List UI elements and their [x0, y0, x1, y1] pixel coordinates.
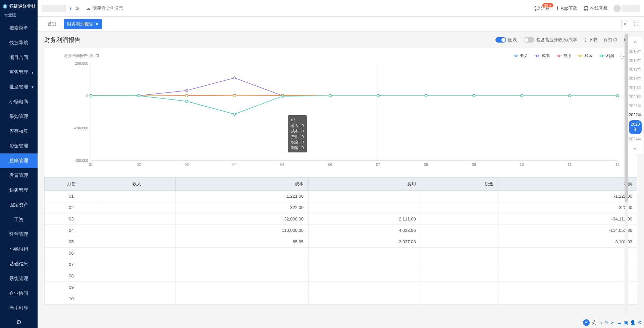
sidebar-item-工资[interactable]: 工资	[0, 212, 38, 227]
ime-user-icon[interactable]: 👤	[630, 320, 636, 325]
svg-point-78	[616, 94, 619, 97]
sidebar-item-采购管理[interactable]: 采购管理	[0, 109, 38, 124]
svg-point-33	[185, 89, 188, 92]
sidebar-item-经营管理[interactable]: 经营管理	[0, 227, 38, 242]
tab-首页[interactable]: 首页	[44, 19, 60, 29]
year-item-2021年[interactable]: 2021年	[628, 102, 643, 111]
messages-button[interactable]: 💬 消息 99 +	[534, 5, 550, 11]
svg-text:09: 09	[472, 162, 476, 167]
demo-link[interactable]: ☁ 我要看实例演示	[86, 5, 123, 11]
svg-text:04: 04	[232, 162, 236, 167]
legend-item-税金[interactable]: 税金	[577, 53, 593, 59]
sidebar-item-零售管理[interactable]: 零售管理▼	[0, 65, 38, 80]
sidebar-item-企业协同[interactable]: 企业协同	[0, 286, 38, 301]
legend-item-收入[interactable]: 收入	[513, 53, 528, 59]
ime-image-icon[interactable]: ▣	[624, 320, 628, 325]
ime-brand-icon[interactable]: 王	[583, 319, 590, 326]
svg-point-72	[329, 94, 331, 97]
page-title: 财务利润报告	[44, 36, 80, 44]
extra-income-switch[interactable]	[524, 37, 534, 43]
svg-point-34	[233, 77, 236, 79]
ime-mode[interactable]: 英	[592, 320, 596, 326]
table-header: 收入	[98, 178, 176, 191]
sidebar-item-系统管理[interactable]: 系统管理	[0, 271, 38, 286]
year-item-2017年[interactable]: 2017年	[628, 65, 643, 74]
download-button[interactable]: ⇩下载	[584, 37, 597, 43]
ime-cloud-icon[interactable]: ☁	[617, 320, 622, 325]
legend-item-成本[interactable]: 成本	[534, 53, 550, 59]
sidebar-item-资金管理[interactable]: 资金管理	[0, 139, 38, 153]
sidebar-item-小畅电商[interactable]: 小畅电商	[0, 94, 38, 109]
year-scroll-down-icon[interactable]: ⌄	[628, 144, 643, 152]
customer-service-button[interactable]: 🎧 在线客服	[583, 5, 607, 11]
sidebar-item-基础信息[interactable]: 基础信息	[0, 257, 38, 271]
table-row: 02322.00-322.00	[45, 202, 637, 213]
sidebar-item-新手引导[interactable]: 新手引导	[0, 301, 38, 316]
tenant-selector[interactable]: ▼ ⚙	[42, 5, 79, 12]
chart-container: 财务利润报告_2023 收入成本费用税金利润⌄ -400,000-200,000…	[44, 48, 637, 177]
year-item-2024年[interactable]: 2024年	[628, 135, 643, 144]
legend-item-费用[interactable]: 费用	[556, 53, 571, 59]
table-row: 06	[45, 248, 637, 259]
year-item-2019年[interactable]: 2019年	[628, 83, 643, 92]
chart-toggle-label: 图表	[508, 37, 517, 43]
brand-edition: 专业版	[0, 12, 38, 18]
ime-edit-icon[interactable]: ✎	[605, 320, 609, 325]
legend-item-利润[interactable]: 利润	[599, 53, 614, 59]
year-item-2020年[interactable]: 2020年	[628, 92, 643, 102]
svg-text:03: 03	[184, 162, 189, 167]
sidebar-item-小畅报销[interactable]: 小畅报销	[0, 242, 38, 257]
chart-toggle-switch[interactable]	[495, 37, 506, 43]
year-item-2023年[interactable]: 2023年	[629, 120, 642, 134]
page-header: 财务利润报告 图表 包含营业外收入/成本 ⇩下载 ⎙打印 ↻刷新	[44, 31, 637, 48]
tab-label: 首页	[48, 21, 56, 26]
sidebar-item-快捷导航[interactable]: 快捷导航	[0, 36, 38, 50]
app-download-button[interactable]: ⬇ App下载	[556, 5, 577, 11]
gear-icon[interactable]: ⚙	[75, 6, 79, 11]
ime-emoji-icon[interactable]: ☺	[598, 320, 603, 325]
ime-scissors-icon[interactable]: ✂	[611, 320, 615, 325]
year-item-2018年[interactable]: 2018年	[628, 74, 643, 83]
year-item-2016年[interactable]: 2016年	[628, 56, 643, 65]
chart-toggle[interactable]: 图表	[495, 37, 517, 43]
year-scroll-up-icon[interactable]: ⌃	[628, 39, 643, 47]
legend-marker	[513, 55, 519, 57]
sidebar-item-固定资产[interactable]: 固定资产	[0, 198, 38, 212]
sidebar-settings-icon[interactable]: ⚙	[0, 316, 38, 328]
sidebar-item-项目合同[interactable]: 项目合同	[0, 50, 38, 65]
legend-label: 收入	[520, 53, 528, 59]
legend-label: 成本	[542, 53, 550, 59]
scrollbar-handle[interactable]	[625, 34, 628, 202]
table-row: 04110,020.004,033.86-114,053.86	[45, 225, 637, 236]
extra-income-toggle[interactable]: 包含营业外收入/成本	[524, 37, 577, 43]
user-menu[interactable]	[613, 5, 640, 12]
svg-point-67	[90, 95, 92, 97]
sidebar-item-发票管理[interactable]: 发票管理	[0, 168, 38, 183]
year-item-2015年[interactable]: 2015年	[628, 47, 643, 56]
sidebar-item-库存核算[interactable]: 库存核算	[0, 124, 38, 139]
table-row: 011,221.00-1,221.00	[45, 191, 637, 202]
ime-gear-icon[interactable]: ⚙	[638, 320, 642, 325]
close-icon[interactable]: ✕	[95, 22, 99, 26]
svg-point-68	[138, 94, 140, 97]
svg-point-71	[281, 95, 283, 97]
brand-logo: 畅捷通好业财	[0, 0, 38, 12]
topbar: ▼ ⚙ ☁ 我要看实例演示 💬 消息 99 + ⬇ App下载 🎧 在线客服	[38, 0, 644, 17]
tabs-row: 首页财务利润报告✕ ✕ ⛶	[38, 17, 644, 31]
print-label: 打印	[608, 37, 617, 43]
chevron-down-icon: ▼	[69, 6, 72, 10]
year-item-2022年[interactable]: 2022年	[628, 111, 643, 120]
sidebar-item-总账管理[interactable]: 总账管理	[0, 153, 38, 168]
legend-label: 费用	[563, 53, 571, 59]
sidebar-item-搜索菜单[interactable]: 搜索菜单	[0, 21, 38, 36]
table-header: 成本	[176, 178, 309, 191]
sidebar-item-税务管理[interactable]: 税务管理	[0, 183, 38, 198]
tab-close-all-button[interactable]: ✕	[621, 20, 629, 28]
sidebar-item-批发管理[interactable]: 批发管理▼	[0, 80, 38, 94]
table-header: 利润	[498, 178, 637, 191]
fullscreen-button[interactable]: ⛶	[632, 20, 640, 28]
print-button[interactable]: ⎙打印	[604, 37, 617, 43]
vertical-scrollbar[interactable]	[625, 34, 628, 315]
tab-财务利润报告[interactable]: 财务利润报告✕	[64, 19, 102, 29]
svg-point-58	[233, 94, 236, 97]
